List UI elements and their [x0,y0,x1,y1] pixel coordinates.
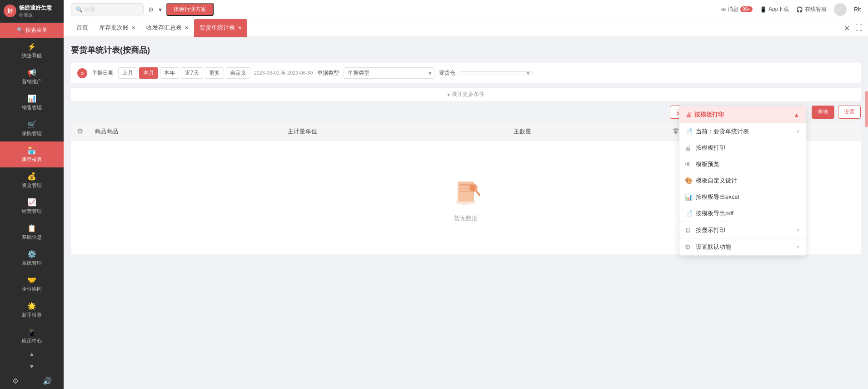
quick-nav-icon: ⚡ [27,42,36,51]
display-print-icon: 🖥 [685,227,691,234]
sidebar-item-marketing[interactable]: 📢 营销推广 [0,64,64,90]
sidebar-item-purchase[interactable]: 🛒 采购管理 [0,116,64,141]
set-default-section[interactable]: ⚙ 设置默认功能 ▾ [679,238,806,255]
type-filter-select[interactable]: 单据类型 [344,67,434,79]
guide-icon: 🌟 [27,302,36,310]
operation-icon: 📈 [27,198,36,207]
sidebar-item-quick-nav[interactable]: ⚡ 快捷导航 [0,38,64,64]
date-filter-group: 上月 本月 本年 近7天 更多 自定义 2023-06-01 至 2023-06… [118,67,313,79]
tab-collect-summary[interactable]: 收发存汇总表 ✕ [141,19,194,37]
date-btn-7days[interactable]: 近7天 [181,67,203,79]
table-setting-header[interactable]: ⚙ [71,122,89,141]
sidebar-nav: ⚡ 快捷导航 📢 营销推广 📊 销售管理 🛒 采购管理 🏪 库存核算 💰 资金管… [0,38,64,348]
sidebar-scroll-up[interactable]: ▲ [0,348,64,360]
preview-icon: 👁 [685,161,691,168]
sidebar-bottom: ⚙ 🔊 [0,373,64,389]
preview-template-item[interactable]: 👁 模板预览 [679,156,806,172]
sound-bottom-icon[interactable]: 🔊 [43,377,52,385]
set-default-icon: ⚙ [685,243,691,251]
print-template-item[interactable]: 🖨 按模板打印 [679,140,806,156]
tab-inventory-batch[interactable]: 库存批次账 ✕ [94,19,141,37]
topbar-search-icon: 🔍 [76,6,83,13]
date-btn-more[interactable]: 更多 [205,67,224,79]
online-service-item[interactable]: 🎧 在线客服 [796,5,827,13]
design-icon: 🎨 [685,177,693,184]
empty-illustration [448,172,484,209]
table-col-unit: 主计量单位 [282,122,508,141]
date-btn-last-month[interactable]: 上月 [118,67,137,79]
message-item[interactable]: ✉ 消息 99+ [721,5,753,13]
export-pdf-item[interactable]: 📄 按模板导出pdf [679,205,806,222]
svg-line-7 [476,191,479,195]
message-badge: 99+ [740,6,753,12]
export-excel-item[interactable]: 📊 按模板导出excel [679,189,806,205]
custom-design-item[interactable]: 🎨 模板自定义设计 [679,172,806,189]
settings-bottom-icon[interactable]: ⚙ [12,377,19,385]
sidebar-item-operation[interactable]: 📈 经营管理 [0,193,64,219]
finance-icon: 💰 [27,172,36,181]
system-icon: ⚙️ [27,250,36,258]
date-btn-this-month[interactable]: 本月 [139,67,158,79]
window-expand-icon[interactable]: ⛶ [853,23,864,33]
print-current-item[interactable]: 📄 当前：要货单统计表 ▾ [679,123,806,140]
topbar-gear-icon[interactable]: ⚙ [148,6,154,13]
yaohuo-filter-label: 要货仓 [439,69,455,77]
excel-icon: 📊 [685,193,693,201]
sidebar-scroll-down[interactable]: ▼ [0,360,64,373]
svg-point-6 [470,185,476,191]
page-title: 要货单统计表(按商品) [71,45,861,56]
sidebar-item-sales[interactable]: 📊 销售管理 [0,90,64,116]
print-dropdown: 🖨 按模板打印 ▲ 📄 当前：要货单统计表 ▾ 🖨 按模板打印 👁 模板预览 [679,106,806,256]
right-scrollbar[interactable] [865,91,868,127]
filter-bar: » 单据日期 上月 本月 本年 近7天 更多 自定义 2023-06-01 至 … [71,63,861,83]
tab-bar: 首页 库存批次账 ✕ 收发存汇总表 ✕ 要货单统计表 ✕ ✕ ⛶ [64,19,868,37]
sidebar-item-basic[interactable]: 📋 基础信息 [0,219,64,245]
date-range-display: 2023-06-01 至 2023-06-30 [254,70,313,76]
tab-close-order-stats[interactable]: ✕ [238,25,242,31]
sales-icon: 📊 [27,94,36,103]
query-button[interactable]: 查询 [812,106,834,119]
date-btn-custom[interactable]: 自定义 [226,67,250,79]
tab-order-stats[interactable]: 要货单统计表 ✕ [194,19,247,37]
print-dropdown-close[interactable]: ▲ [793,111,799,118]
settings-button[interactable]: 设置 [838,106,861,119]
pdf-icon: 📄 [685,210,693,217]
table-col-product: 商品商品 [89,122,282,141]
trial-button[interactable]: 体验行业方案 [166,3,214,16]
sidebar-item-system[interactable]: ⚙️ 系统管理 [0,245,64,271]
logo-text: 畅捷通好生意 标准版 [19,5,52,18]
tab-close-collect-summary[interactable]: ✕ [185,25,189,31]
sidebar-item-collab[interactable]: 🤝 企业协同 [0,271,64,297]
current-arrow-icon: ▾ [797,128,799,135]
filter-expand-button[interactable]: » [77,68,87,78]
sidebar-item-inventory[interactable]: 🏪 库存核算 [0,141,64,167]
logo-icon: 好 [4,5,16,17]
main-area: 🔍 搜索 ⚙ ▾ 体验行业方案 ✉ 消息 99+ 📱 App下载 🎧 在线客服 … [64,0,868,389]
message-icon: ✉ [721,6,726,13]
date-btn-this-year[interactable]: 本年 [160,67,179,79]
username-label: Rit [854,6,861,13]
service-icon: 🎧 [796,6,803,13]
appstore-icon: 📱 [27,328,36,336]
yaohuo-filter-select[interactable] [460,71,533,75]
window-close-icon[interactable]: ✕ [842,23,852,34]
topbar: 🔍 搜索 ⚙ ▾ 体验行业方案 ✉ 消息 99+ 📱 App下载 🎧 在线客服 … [64,0,868,19]
topbar-dropdown-icon[interactable]: ▾ [159,6,162,13]
user-avatar[interactable] [834,3,847,16]
topbar-right: ✉ 消息 99+ 📱 App下载 🎧 在线客服 Rit [721,3,861,16]
display-print-section[interactable]: 🖥 按显示打印 ▾ [679,222,806,238]
sidebar-item-appstore[interactable]: 📱 应用中心 [0,323,64,348]
sidebar-item-finance[interactable]: 💰 资金管理 [0,167,64,193]
search-icon: 🔍 [17,27,24,33]
expand-more-bar[interactable]: ▾ 展开更多条件 [71,88,861,101]
topbar-search-box[interactable]: 🔍 搜索 [71,3,144,15]
sidebar-search[interactable]: 🔍 搜索菜单 [0,23,64,38]
sidebar-logo: 好 畅捷通好生意 标准版 [0,0,64,23]
app-download-item[interactable]: 📱 App下载 [760,5,789,13]
window-controls: ✕ ⛶ [838,19,868,37]
sidebar-item-guide[interactable]: 🌟 新手引导 [0,297,64,323]
tab-close-inventory-batch[interactable]: ✕ [131,25,135,31]
print-icon-icon: 🖨 [686,111,692,118]
toolbar: 🖨 按模板打印 ▲ 📤 导出 ↻ 刷新 ··· 查询 设置 🖨 按模板打印 [71,106,861,119]
tab-home[interactable]: 首页 [71,19,94,37]
